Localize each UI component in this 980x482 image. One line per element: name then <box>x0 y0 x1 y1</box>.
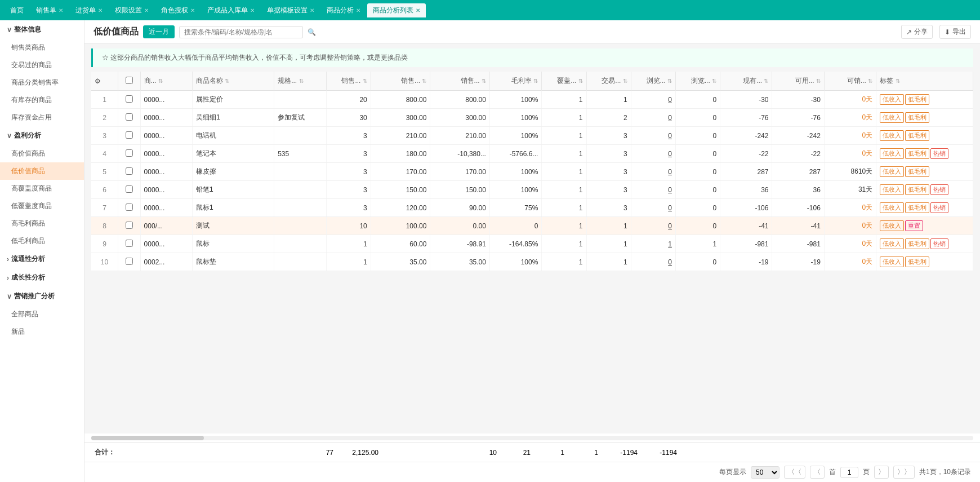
sidebar-group-profit[interactable]: ∨ 盈利分析 <box>0 126 84 145</box>
search-input[interactable] <box>179 26 303 38</box>
th-code[interactable]: 商... ⇅ <box>140 72 192 91</box>
th-tag[interactable]: 标签 ⇅ <box>876 72 973 91</box>
search-icon[interactable]: 🔍 <box>308 28 316 36</box>
share-button[interactable]: ↗ 分享 <box>901 25 933 39</box>
th-spec[interactable]: 规格... ⇅ <box>274 72 326 91</box>
pv1-link[interactable]: 0 <box>668 114 672 122</box>
nav-item-home[interactable]: 首页 <box>5 3 29 17</box>
th-avail[interactable]: 可用... ⇅ <box>772 72 824 91</box>
sidebar-item-all-goods[interactable]: 全部商品 <box>0 306 84 323</box>
pv1-link[interactable]: 0 <box>668 150 672 158</box>
row-checkbox-cell[interactable] <box>118 217 141 235</box>
row-checkbox[interactable] <box>126 222 133 229</box>
next-page-btn[interactable]: 〉 <box>874 466 889 479</box>
th-pv1[interactable]: 浏览... ⇅ <box>631 72 675 91</box>
nav-item-permissions-close[interactable]: ✕ <box>144 7 149 14</box>
row-checkbox-cell[interactable] <box>118 253 141 271</box>
prev-page-btn[interactable]: 〈 <box>810 466 825 479</box>
th-pv2[interactable]: 浏览... ⇅ <box>675 72 720 91</box>
pv1-link[interactable]: 0 <box>668 186 672 194</box>
nav-item-template-close[interactable]: ✕ <box>310 7 314 14</box>
scrollbar-track[interactable] <box>91 436 973 440</box>
nav-item-permissions[interactable]: 权限设置 ✕ <box>109 3 154 17</box>
row-checkbox-cell[interactable] <box>118 163 141 181</box>
row-checkbox-cell[interactable] <box>118 127 141 145</box>
th-sale[interactable]: 可销... ⇅ <box>824 72 876 91</box>
row-checkbox[interactable] <box>126 167 133 175</box>
summary-pv1: 1 <box>531 449 564 457</box>
sidebar-item-traded-goods[interactable]: 交易过的商品 <box>0 56 84 74</box>
row-checkbox[interactable] <box>126 258 133 265</box>
row-cover: 1 <box>542 109 586 127</box>
page-number-input[interactable] <box>840 467 858 478</box>
select-all-checkbox[interactable] <box>126 77 133 84</box>
th-sales-qty[interactable]: 销售... ⇅ <box>326 72 371 91</box>
nav-item-roles-close[interactable]: ✕ <box>190 7 195 14</box>
nav-item-sales[interactable]: 销售单 ✕ <box>30 3 69 17</box>
sidebar-item-high-margin[interactable]: 高毛利商品 <box>0 215 84 232</box>
th-sales-amt[interactable]: 销售... ⇅ <box>371 72 430 91</box>
nav-item-sales-close[interactable]: ✕ <box>59 7 63 14</box>
pv1-link[interactable]: 0 <box>668 168 672 176</box>
row-checkbox[interactable] <box>126 204 133 211</box>
pv1-link[interactable]: 1 <box>668 240 672 248</box>
nav-item-inbound[interactable]: 产成品入库单 ✕ <box>202 3 260 17</box>
row-checkbox-cell[interactable] <box>118 235 141 253</box>
row-checkbox[interactable] <box>126 95 133 103</box>
sidebar-item-inventory-funds[interactable]: 库存资金占用 <box>0 109 84 126</box>
pv1-link[interactable]: 0 <box>668 96 672 104</box>
last-page-btn[interactable]: 〉〉 <box>893 466 915 479</box>
sidebar-item-sales-goods[interactable]: 销售类商品 <box>0 39 84 56</box>
sidebar-item-new-goods[interactable]: 新品 <box>0 323 84 341</box>
row-checkbox[interactable] <box>126 131 133 139</box>
row-checkbox[interactable] <box>126 149 133 157</box>
th-cover[interactable]: 覆盖... ⇅ <box>542 72 586 91</box>
filter-btn[interactable]: 近一月 <box>143 25 175 38</box>
row-code: 0000... <box>140 91 192 109</box>
th-sales-price[interactable]: 销售... ⇅ <box>430 72 490 91</box>
row-checkbox[interactable] <box>126 113 133 121</box>
sidebar-item-low-coverage[interactable]: 低覆盖度商品 <box>0 197 84 215</box>
sidebar-group-liquidity[interactable]: › 流通性分析 <box>0 250 84 268</box>
nav-item-analysis-list[interactable]: 商品分析列表 ✕ <box>367 3 426 17</box>
sidebar-item-category-sales[interactable]: 商品分类销售率 <box>0 74 84 91</box>
row-checkbox-cell[interactable] <box>118 91 141 109</box>
row-checkbox-cell[interactable] <box>118 199 141 217</box>
pv1-link[interactable]: 0 <box>668 258 672 266</box>
th-gross[interactable]: 毛利率 ⇅ <box>489 72 541 91</box>
nav-item-analysis[interactable]: 商品分析 ✕ <box>321 3 366 17</box>
sidebar-group-marketing[interactable]: ∨ 营销推广分析 <box>0 287 84 306</box>
sidebar-item-stocked-goods[interactable]: 有库存的商品 <box>0 91 84 109</box>
nav-item-template[interactable]: 单据模板设置 ✕ <box>261 3 320 17</box>
per-page-select[interactable]: 50 100 200 <box>751 466 779 479</box>
row-checkbox[interactable] <box>126 240 133 247</box>
nav-item-purchase[interactable]: 进货单 ✕ <box>70 3 108 17</box>
first-page-btn[interactable]: 〈〈 <box>784 466 805 479</box>
nav-item-analysis-close[interactable]: ✕ <box>356 7 360 14</box>
export-button[interactable]: ⬇ 导出 <box>939 25 971 39</box>
row-checkbox-cell[interactable] <box>118 145 141 163</box>
th-gear[interactable]: ⚙ <box>91 72 118 91</box>
row-checkbox[interactable] <box>126 185 133 193</box>
row-name: 笔记本 <box>193 145 274 163</box>
th-checkbox[interactable] <box>118 72 141 91</box>
pv1-link[interactable]: 0 <box>668 204 672 212</box>
th-stock[interactable]: 现有... ⇅ <box>720 72 772 91</box>
th-trans[interactable]: 交易... ⇅ <box>586 72 631 91</box>
sidebar-group-overall[interactable]: ∨ 整体信息 <box>0 20 84 39</box>
row-checkbox-cell[interactable] <box>118 109 141 127</box>
sidebar-item-high-value[interactable]: 高价值商品 <box>0 145 84 162</box>
th-name[interactable]: 商品名称 ⇅ <box>193 72 274 91</box>
scrollbar-thumb[interactable] <box>91 436 204 440</box>
nav-item-analysis-list-close[interactable]: ✕ <box>416 7 420 14</box>
sidebar-group-growth[interactable]: › 成长性分析 <box>0 268 84 287</box>
pv1-link[interactable]: 0 <box>668 132 672 140</box>
sidebar-item-high-coverage[interactable]: 高覆盖度商品 <box>0 180 84 197</box>
nav-item-purchase-close[interactable]: ✕ <box>98 7 103 14</box>
row-checkbox-cell[interactable] <box>118 181 141 199</box>
nav-item-inbound-close[interactable]: ✕ <box>250 7 255 14</box>
nav-item-roles[interactable]: 角色授权 ✕ <box>155 3 201 17</box>
sidebar-item-low-margin[interactable]: 低毛利商品 <box>0 232 84 250</box>
pv1-link[interactable]: 0 <box>668 222 672 230</box>
sidebar-item-low-value[interactable]: 低价值商品 <box>0 162 84 180</box>
